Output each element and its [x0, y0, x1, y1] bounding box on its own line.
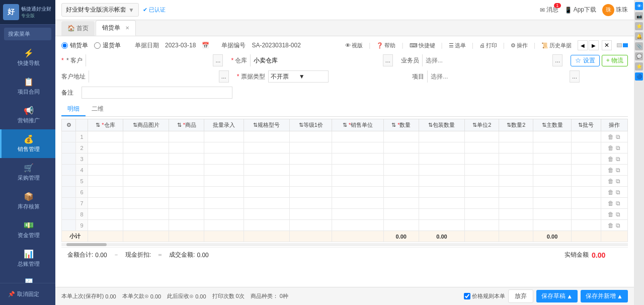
row-6-batch-import[interactable]: [204, 187, 244, 198]
row-3-main-qty[interactable]: [533, 154, 571, 165]
row-8-pkg-qty[interactable]: [419, 209, 465, 220]
row-7-price1[interactable]: [290, 198, 332, 209]
customer-ellipsis-btn[interactable]: ...: [213, 55, 222, 66]
salesperson-input[interactable]: [423, 54, 552, 66]
row-3-delete-btn[interactable]: 🗑: [607, 155, 614, 163]
row-4-sales-unit[interactable]: [332, 165, 383, 176]
right-icon-3[interactable]: ⭐: [635, 22, 643, 30]
col-qty-sort-icon[interactable]: ⇅: [391, 122, 396, 128]
row-9-spec[interactable]: [244, 220, 290, 231]
salesperson-ellipsis-btn[interactable]: ...: [552, 55, 562, 66]
sidebar-item-inventory[interactable]: 📦 库存核算: [0, 187, 55, 215]
row-3-batch[interactable]: [571, 154, 601, 165]
row-1-batch[interactable]: [571, 131, 601, 142]
row-5-delete-btn[interactable]: 🗑: [607, 177, 614, 185]
row-2-sales-unit[interactable]: [332, 142, 383, 154]
right-icon-1[interactable]: 👁: [635, 2, 643, 10]
row-5-warehouse[interactable]: [88, 176, 123, 187]
row-4-goods[interactable]: [169, 165, 204, 176]
row-9-goods[interactable]: [169, 220, 204, 231]
row-2-main-qty[interactable]: [533, 142, 571, 154]
row-5-qty2[interactable]: [499, 176, 533, 187]
right-icon-6[interactable]: 💬: [635, 52, 643, 60]
right-icon-7[interactable]: ⭐: [635, 62, 643, 70]
row-6-sales-unit[interactable]: [332, 187, 383, 198]
row-8-warehouse[interactable]: [88, 209, 123, 220]
row-8-goods[interactable]: [169, 209, 204, 220]
sidebar-item-sales[interactable]: 💰 销售管理: [0, 129, 55, 158]
row-1-qty[interactable]: [383, 131, 419, 142]
row-9-qty2[interactable]: [499, 220, 533, 231]
warehouse-ellipsis-btn[interactable]: ...: [383, 55, 392, 66]
row-7-batch-import[interactable]: [204, 198, 244, 209]
row-3-warehouse[interactable]: [88, 154, 123, 165]
row-8-unit2[interactable]: [465, 209, 499, 220]
row-1-warehouse[interactable]: [88, 131, 123, 142]
row-5-pkg-qty[interactable]: [419, 176, 465, 187]
tab-home[interactable]: 🏠 首页: [61, 21, 95, 36]
row-5-spec[interactable]: [244, 176, 290, 187]
col-batch-sort-icon[interactable]: ⇅: [578, 122, 583, 128]
row-6-spec[interactable]: [244, 187, 290, 198]
row-5-batch-import[interactable]: [204, 176, 244, 187]
row-1-qty2[interactable]: [499, 131, 533, 142]
price-rule-check[interactable]: 价格规则本单: [464, 292, 505, 300]
next-doc-button[interactable]: ▶: [589, 40, 599, 50]
row-4-spec[interactable]: [244, 165, 290, 176]
row-9-pkg-qty[interactable]: [419, 220, 465, 231]
radio-sales-order[interactable]: 销货单: [61, 41, 88, 50]
tab-sales-order[interactable]: 销货单 ✕: [96, 20, 135, 36]
row-5-unit2[interactable]: [465, 176, 499, 187]
row-3-qty2[interactable]: [499, 154, 533, 165]
row-8-batch[interactable]: [571, 209, 601, 220]
row-8-spec[interactable]: [244, 209, 290, 220]
row-2-unit2[interactable]: [465, 142, 499, 154]
col-batch-import[interactable]: 批量录入: [204, 119, 244, 131]
col-main-qty-sort-icon[interactable]: ⇅: [542, 122, 546, 128]
row-4-main-qty[interactable]: [533, 165, 571, 176]
col-qty2-sort-icon[interactable]: ⇅: [507, 122, 511, 128]
row-9-price1[interactable]: [290, 220, 332, 231]
row-1-copy-btn[interactable]: ⧉: [615, 133, 621, 141]
logistics-button[interactable]: + 物流: [602, 55, 628, 66]
price-rule-checkbox[interactable]: [464, 293, 470, 299]
row-5-sales-unit[interactable]: [332, 176, 383, 187]
right-icon-4[interactable]: 🔔: [635, 32, 643, 40]
row-1-unit2[interactable]: [465, 131, 499, 142]
row-2-qty[interactable]: [383, 142, 419, 154]
row-3-sales-unit[interactable]: [332, 154, 383, 165]
row-5-main-qty[interactable]: [533, 176, 571, 187]
row-4-qty[interactable]: [383, 165, 419, 176]
col-unit2-sort-icon[interactable]: ⇅: [472, 122, 477, 128]
sidebar-item-invoice[interactable]: 🧾 发票管理: [0, 273, 55, 283]
radio-return-order[interactable]: 退货单: [94, 41, 121, 50]
address-input[interactable]: [89, 70, 219, 83]
row-6-batch[interactable]: [571, 187, 601, 198]
row-4-warehouse[interactable]: [88, 165, 123, 176]
col-pkg-qty-sort-icon[interactable]: ⇅: [428, 122, 433, 128]
row-3-spec[interactable]: [244, 154, 290, 165]
shortcut-btn[interactable]: ⌨ 快捷键: [407, 41, 438, 50]
row-5-goods[interactable]: [169, 176, 204, 187]
row-9-main-qty[interactable]: [533, 220, 571, 231]
company-selector[interactable]: 好业财专业版演示帐套 ▼: [61, 3, 139, 17]
row-7-qty[interactable]: [383, 198, 419, 209]
user-avatar[interactable]: 珠 珠珠: [602, 4, 628, 16]
row-9-batch-import[interactable]: [204, 220, 244, 231]
view-version-btn[interactable]: 👁 视版: [342, 41, 366, 50]
right-icon-2[interactable]: 📷: [635, 12, 643, 20]
col-image-sort-icon[interactable]: ⇅: [133, 122, 137, 128]
row-8-sales-unit[interactable]: [332, 209, 383, 220]
invoice-select[interactable]: 不开票 ▼: [268, 70, 329, 83]
row-7-goods[interactable]: [169, 198, 204, 209]
row-1-batch-import[interactable]: [204, 131, 244, 142]
row-5-copy-btn[interactable]: ⧉: [615, 177, 621, 185]
row-6-warehouse[interactable]: [88, 187, 123, 198]
row-4-delete-btn[interactable]: 🗑: [607, 166, 614, 174]
row-2-batch[interactable]: [571, 142, 601, 154]
col-sales-unit-sort-icon[interactable]: ⇅: [343, 122, 347, 128]
col-warehouse-sort-icon[interactable]: ⇅: [96, 122, 100, 128]
row-9-sales-unit[interactable]: [332, 220, 383, 231]
customer-input[interactable]: [86, 54, 213, 66]
right-icon-5[interactable]: 📎: [635, 42, 643, 50]
